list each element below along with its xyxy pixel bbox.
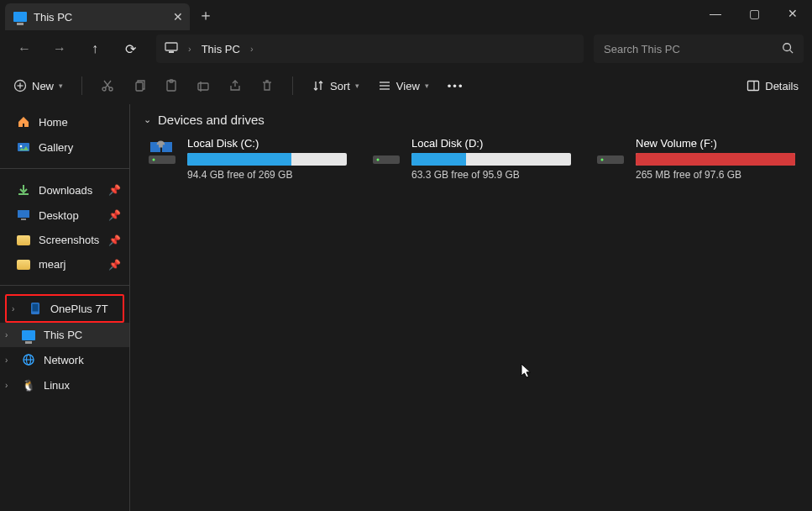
up-button[interactable]: ↑ xyxy=(79,35,111,62)
drive-free-text: 63.3 GB free of 95.9 GB xyxy=(411,169,572,181)
sidebar-label: Home xyxy=(39,116,68,129)
sidebar-item-linux[interactable]: › 🐧 Linux xyxy=(0,372,129,398)
folder-icon xyxy=(17,260,30,270)
pin-icon: 📌 xyxy=(108,234,121,246)
copy-button[interactable] xyxy=(133,79,146,92)
drive-item[interactable]: Local Disk (D:)63.3 GB free of 95.9 GB xyxy=(368,135,574,182)
drive-free-text: 94.4 GB free of 269 GB xyxy=(187,169,348,181)
titlebar: This PC ✕ ＋ ― ▢ ✕ xyxy=(0,0,812,30)
svg-point-2 xyxy=(783,43,791,50)
navigation-pane: Home Gallery Downloads 📌 Desktop 📌 Scre xyxy=(0,104,130,511)
window-controls: ― ▢ ✕ xyxy=(696,0,812,27)
svg-rect-1 xyxy=(169,51,174,53)
drive-usage-bar xyxy=(636,153,795,166)
section-title: Devices and drives xyxy=(158,113,265,127)
details-label: Details xyxy=(765,80,799,92)
main-split: Home Gallery Downloads 📌 Desktop 📌 Scre xyxy=(0,104,812,511)
more-button[interactable]: ••• xyxy=(448,80,464,92)
paste-button[interactable] xyxy=(165,79,178,92)
sidebar-item-screenshots[interactable]: Screenshots 📌 xyxy=(0,228,129,252)
search-input[interactable] xyxy=(604,43,777,55)
sort-button[interactable]: Sort ▾ xyxy=(312,79,359,92)
svg-rect-14 xyxy=(198,83,208,90)
chevron-right-icon: › xyxy=(188,44,191,54)
svg-point-38 xyxy=(601,159,604,161)
view-button[interactable]: View ▾ xyxy=(378,79,429,92)
search-box[interactable] xyxy=(594,34,804,63)
maximize-button[interactable]: ▢ xyxy=(735,0,773,27)
drive-name: Local Disk (D:) xyxy=(411,137,572,150)
pin-icon: 📌 xyxy=(108,259,121,271)
cut-button[interactable] xyxy=(101,79,114,92)
this-pc-icon xyxy=(13,12,27,22)
sidebar-item-network[interactable]: › Network xyxy=(0,347,129,372)
sidebar-item-desktop[interactable]: Desktop 📌 xyxy=(0,203,129,228)
sidebar-label: OnePlus 7T xyxy=(50,303,108,315)
drive-name: Local Disk (C:) xyxy=(187,137,348,150)
chevron-right-icon[interactable]: › xyxy=(5,356,8,365)
svg-rect-24 xyxy=(18,210,29,218)
svg-point-36 xyxy=(377,159,380,161)
delete-button[interactable] xyxy=(260,79,274,92)
details-pane-button[interactable]: Details xyxy=(747,79,799,92)
new-button[interactable]: New ▾ xyxy=(13,79,63,92)
network-icon xyxy=(22,353,35,366)
drive-item[interactable]: New Volume (F:)265 MB free of 97.6 GB xyxy=(592,135,798,182)
drive-icon xyxy=(369,137,403,171)
separator xyxy=(292,76,293,95)
sidebar-item-downloads[interactable]: Downloads 📌 xyxy=(0,177,129,203)
separator xyxy=(0,168,129,169)
view-label: View xyxy=(396,80,420,92)
close-tab-icon[interactable]: ✕ xyxy=(173,10,183,24)
tab-this-pc[interactable]: This PC ✕ xyxy=(5,3,190,30)
sidebar-label: Network xyxy=(44,354,84,366)
chevron-right-icon[interactable]: › xyxy=(5,381,8,390)
breadcrumb-this-pc[interactable]: This PC xyxy=(202,43,240,55)
sidebar-label: Downloads xyxy=(39,184,92,197)
folder-icon xyxy=(17,235,30,245)
minimize-button[interactable]: ― xyxy=(696,0,735,27)
pin-icon: 📌 xyxy=(108,209,121,221)
sort-label: Sort xyxy=(330,80,350,92)
forward-button[interactable]: → xyxy=(44,35,76,62)
tab-title: This PC xyxy=(34,11,72,24)
drive-item[interactable]: Local Disk (C:)94.4 GB free of 269 GB xyxy=(144,135,349,182)
home-icon xyxy=(17,115,30,129)
address-bar[interactable]: › This PC › xyxy=(156,34,584,63)
sidebar-item-home[interactable]: Home xyxy=(0,109,129,134)
sidebar-label: Linux xyxy=(44,379,70,392)
new-tab-button[interactable]: ＋ xyxy=(198,5,213,25)
refresh-button[interactable]: ⟳ xyxy=(114,35,146,62)
svg-rect-23 xyxy=(18,193,29,195)
search-icon[interactable] xyxy=(782,42,794,56)
desktop-icon xyxy=(17,208,30,222)
pin-icon: 📌 xyxy=(108,184,121,196)
sidebar-label: Gallery xyxy=(39,141,73,154)
svg-rect-25 xyxy=(21,219,26,220)
this-pc-icon xyxy=(22,330,35,340)
chevron-right-icon[interactable]: › xyxy=(12,304,14,313)
svg-point-22 xyxy=(20,145,23,148)
rename-button[interactable] xyxy=(196,79,210,92)
section-header-devices[interactable]: ⌄ Devices and drives xyxy=(144,113,799,127)
content-area: ⌄ Devices and drives Local Disk (C:)94.4… xyxy=(130,104,812,511)
annotation-highlight: › OnePlus 7T xyxy=(5,294,124,323)
separator xyxy=(81,76,82,95)
close-window-button[interactable]: ✕ xyxy=(773,0,812,27)
phone-icon xyxy=(29,302,42,315)
download-icon xyxy=(17,183,30,197)
sidebar-label: Desktop xyxy=(39,209,79,222)
sidebar-item-mearj[interactable]: mearj 📌 xyxy=(0,252,129,277)
drive-free-text: 265 MB free of 97.6 GB xyxy=(636,169,796,181)
sidebar-item-oneplus[interactable]: › OnePlus 7T xyxy=(7,296,123,321)
share-button[interactable] xyxy=(228,79,242,92)
separator xyxy=(0,285,129,286)
sidebar-item-this-pc[interactable]: › This PC xyxy=(0,323,129,347)
svg-rect-11 xyxy=(136,82,143,91)
back-button[interactable]: ← xyxy=(8,35,40,62)
svg-rect-19 xyxy=(748,82,759,91)
sidebar-item-gallery[interactable]: Gallery xyxy=(0,134,129,160)
chevron-right-icon[interactable]: › xyxy=(5,330,8,340)
new-label: New xyxy=(32,80,54,92)
chevron-right-icon: › xyxy=(250,44,254,54)
